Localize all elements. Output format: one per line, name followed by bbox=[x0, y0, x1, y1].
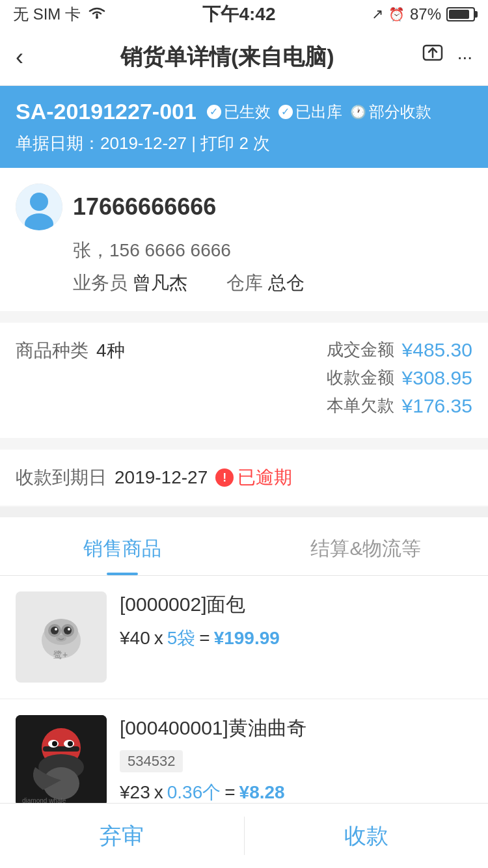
bottom-bar: 弃审 收款 bbox=[0, 803, 488, 868]
salesperson-label: 业务员 bbox=[73, 271, 128, 295]
order-id: SA-20191227-001 bbox=[16, 99, 197, 124]
product-price-row-2: ¥23 x 0.36个 = ¥8.28 bbox=[120, 780, 472, 805]
customer-id: 17666666666 bbox=[73, 193, 216, 221]
warehouse-value: 总仓 bbox=[268, 271, 305, 295]
svg-point-11 bbox=[55, 628, 57, 631]
product-info-2: [000400001]黄油曲奇 534532 ¥23 x 0.36个 = ¥8.… bbox=[120, 715, 472, 805]
overdue-text: 已逾期 bbox=[237, 465, 292, 490]
type-label: 商品种类 bbox=[16, 338, 88, 363]
owed-value: ¥176.35 bbox=[402, 395, 472, 417]
avatar bbox=[16, 183, 62, 230]
product-name-1: [0000002]面包 bbox=[120, 591, 472, 618]
amount-value: ¥485.30 bbox=[402, 339, 472, 361]
product-info-1: [0000002]面包 ¥40 x 5袋 = ¥199.99 bbox=[120, 591, 472, 651]
svg-point-9 bbox=[51, 627, 59, 634]
nav-bar: ‹ 销货单详情(来自电脑) ··· bbox=[0, 29, 488, 86]
salesperson-value: 曾凡杰 bbox=[133, 271, 187, 295]
status-right: ↗ ⏰ 87% bbox=[372, 5, 475, 23]
due-label: 收款到期日 bbox=[16, 465, 107, 490]
stats-section: 商品种类 4种 成交金额 ¥485.30 收款金额 ¥308.95 本单欠款 ¥… bbox=[0, 323, 488, 438]
type-count: 4种 bbox=[96, 338, 125, 363]
status-time: 下午4:42 bbox=[202, 2, 275, 27]
divider-2 bbox=[0, 439, 488, 450]
equals-1: = bbox=[199, 628, 210, 649]
svg-point-21 bbox=[52, 741, 57, 746]
svg-point-10 bbox=[64, 627, 72, 634]
wifi-icon bbox=[87, 5, 107, 23]
status-tags: ✓ 已生效 ✓ 已出库 🕐 部分收款 bbox=[207, 102, 431, 122]
svg-point-12 bbox=[68, 628, 70, 631]
tab-settlement[interactable]: 结算&物流等 bbox=[244, 517, 488, 575]
alarm-icon: ⏰ bbox=[388, 7, 405, 22]
svg-point-0 bbox=[96, 16, 98, 19]
battery-icon bbox=[446, 7, 475, 21]
share-button[interactable] bbox=[421, 43, 444, 71]
back-button[interactable]: ‹ bbox=[16, 44, 23, 71]
product-total-1: ¥199.99 bbox=[214, 628, 280, 649]
nav-title: 销货单详情(来自电脑) bbox=[34, 42, 421, 72]
divider-3 bbox=[0, 507, 488, 517]
svg-point-13 bbox=[56, 635, 66, 642]
product-total-2: ¥8.28 bbox=[239, 782, 285, 803]
product-name-2: [000400001]黄油曲奇 bbox=[120, 715, 472, 742]
status-left: 无 SIM 卡 bbox=[13, 4, 107, 25]
multiply-1: x bbox=[154, 628, 163, 649]
header-banner: SA-20191227-001 ✓ 已生效 ✓ 已出库 🕐 部分收款 单据日期：… bbox=[0, 86, 488, 168]
owed-label: 本单欠款 bbox=[327, 394, 394, 417]
product-price-row-1: ¥40 x 5袋 = ¥199.99 bbox=[120, 626, 472, 651]
product-thumb-2: diamond whale bbox=[16, 715, 107, 806]
battery-percent: 87% bbox=[410, 5, 441, 23]
due-date: 2019-12-27 bbox=[115, 467, 208, 488]
customer-meta: 业务员 曾凡杰 仓库 总仓 bbox=[16, 271, 472, 295]
tabs-container: 销售商品 结算&物流等 bbox=[0, 517, 488, 576]
divider-1 bbox=[0, 312, 488, 323]
status-tag-shipped: ✓ 已出库 bbox=[278, 102, 342, 122]
product-item-1: 鹭+ [0000002]面包 ¥40 x 5袋 = ¥199.99 bbox=[0, 576, 488, 698]
nav-actions: ··· bbox=[421, 43, 472, 71]
svg-point-3 bbox=[30, 193, 48, 211]
more-button[interactable]: ··· bbox=[457, 47, 472, 68]
status-tag-partial: 🕐 部分收款 bbox=[350, 102, 431, 122]
equals-2: = bbox=[224, 782, 235, 803]
cancel-button[interactable]: 弃审 bbox=[0, 804, 244, 868]
product-qty-1: 5袋 bbox=[167, 626, 196, 651]
customer-section: 17666666666 张，156 6666 6666 业务员 曾凡杰 仓库 总… bbox=[0, 168, 488, 311]
customer-detail: 张，156 6666 6666 bbox=[16, 238, 472, 263]
product-price-2: ¥23 bbox=[120, 782, 150, 803]
tab-products[interactable]: 销售商品 bbox=[0, 517, 244, 575]
carrier-label: 无 SIM 卡 bbox=[13, 4, 81, 25]
multiply-2: x bbox=[154, 782, 163, 803]
location-icon: ↗ bbox=[372, 6, 383, 23]
status-bar: 无 SIM 卡 下午4:42 ↗ ⏰ 87% bbox=[0, 0, 488, 29]
product-thumb-1: 鹭+ bbox=[16, 591, 107, 683]
overdue-badge: ! 已逾期 bbox=[215, 465, 292, 490]
warehouse-label: 仓库 bbox=[226, 271, 263, 295]
received-value: ¥308.95 bbox=[402, 367, 472, 389]
confirm-button[interactable]: 收款 bbox=[245, 804, 489, 868]
received-label: 收款金额 bbox=[327, 366, 394, 389]
svg-text:鹭+: 鹭+ bbox=[53, 649, 68, 660]
product-qty-2: 0.36个 bbox=[167, 780, 221, 805]
amount-label: 成交金额 bbox=[327, 338, 394, 361]
product-tag-2: 534532 bbox=[120, 750, 183, 772]
svg-point-22 bbox=[68, 741, 73, 746]
due-section: 收款到期日 2019-12-27 ! 已逾期 bbox=[0, 450, 488, 506]
amounts-section: 成交金额 ¥485.30 收款金额 ¥308.95 本单欠款 ¥176.35 bbox=[327, 338, 472, 422]
product-price-1: ¥40 bbox=[120, 628, 150, 649]
products-list: 鹭+ [0000002]面包 ¥40 x 5袋 = ¥199.99 bbox=[0, 576, 488, 822]
svg-rect-18 bbox=[43, 746, 79, 752]
order-date: 单据日期：2019-12-27 | 打印 2 次 bbox=[16, 132, 472, 155]
overdue-icon: ! bbox=[215, 468, 234, 487]
status-tag-effective: ✓ 已生效 bbox=[207, 102, 271, 122]
